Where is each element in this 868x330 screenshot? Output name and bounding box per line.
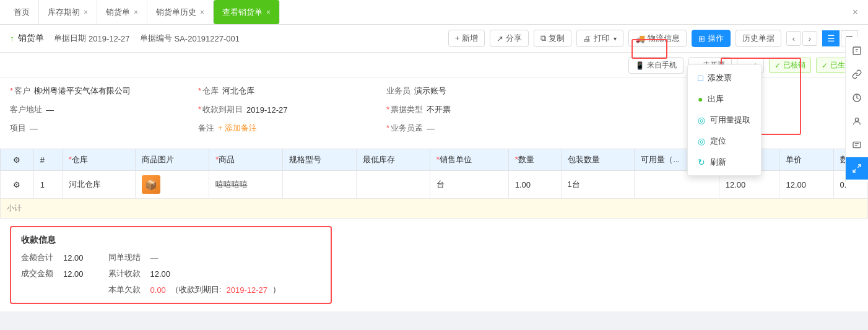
- window-close-button[interactable]: ×: [848, 7, 863, 18]
- out-warehouse-icon: ●: [698, 94, 703, 104]
- col-price: 单价: [779, 149, 833, 171]
- doc-actions: + 新增 ↗ 分享 ⧉ 复制 🖨 打印 ▾ 🚚 物流信息 ⊞ 操作: [448, 30, 858, 47]
- tab-close-sales[interactable]: ×: [134, 8, 138, 17]
- operator-value: 演示账号: [414, 85, 446, 97]
- payment-date-label: 收款到期日: [198, 104, 243, 115]
- print-button[interactable]: 🖨 打印 ▾: [576, 30, 623, 47]
- view-list-button[interactable]: ☰: [822, 30, 840, 46]
- svg-line-5: [853, 169, 856, 172]
- tab-close-history[interactable]: ×: [200, 8, 204, 17]
- tab-home[interactable]: 首页: [5, 0, 39, 24]
- operator-field: 业务员 演示账号: [386, 85, 510, 97]
- sidebar-person-icon[interactable]: [846, 110, 868, 132]
- tab-view-sales-order[interactable]: 查看销货单 ×: [214, 0, 280, 24]
- already-canceled-button[interactable]: ✓ 已核销: [769, 58, 811, 73]
- sidebar-link-icon[interactable]: [846, 63, 868, 85]
- tab-inventory-init[interactable]: 库存期初 ×: [39, 0, 97, 24]
- next-button[interactable]: ›: [802, 31, 817, 46]
- row-price: 12.00: [779, 171, 833, 199]
- total-row: 金额合计 12.00: [21, 252, 84, 263]
- row-product: 嘻嘻嘻嘻: [209, 171, 283, 199]
- balance-date: 2019-12-27: [226, 285, 267, 295]
- doc-type-label: 销货单: [18, 33, 44, 44]
- add-invoice-label: 添发票: [708, 72, 732, 84]
- operations-button[interactable]: ⊞ 操作: [692, 30, 731, 47]
- print-icon: 🖨: [583, 34, 591, 43]
- project-value: —: [30, 124, 38, 133]
- salesperson-label: 业务员孟: [386, 123, 423, 134]
- print-dropdown-arrow: ▾: [614, 35, 617, 42]
- copy-button[interactable]: ⧉ 复制: [534, 30, 571, 47]
- address-label: 客户地址: [10, 104, 42, 115]
- tab-close-inventory[interactable]: ×: [84, 8, 88, 17]
- operations-dropdown: □ 添发票 ● 出库 ◎ 可用量提取 ◎ 定位 ↻ 刷新: [687, 64, 762, 176]
- transaction-row: 成交金额 12.00: [21, 268, 84, 279]
- row-qty: 1.00: [508, 171, 561, 199]
- transaction-label: 成交金额: [21, 268, 58, 279]
- doc-meta: 单据日期 2019-12-27 单据编号 SA-20191227-001: [54, 33, 240, 44]
- out-warehouse-label: 出库: [708, 93, 724, 105]
- transaction-value: 12.00: [63, 269, 84, 279]
- check-icon2: ✓: [822, 61, 828, 70]
- col-unit: *销售单位: [430, 149, 508, 171]
- tab-sales-order[interactable]: 销货单 ×: [97, 0, 147, 24]
- history-button[interactable]: 历史单据: [736, 30, 781, 47]
- total-value: 12.00: [63, 253, 84, 263]
- extract-quantity-item[interactable]: ◎ 可用量提取: [688, 110, 761, 131]
- doc-number-value: SA-20191227-001: [175, 34, 240, 43]
- tab-bar: 首页 库存期初 × 销货单 × 销货单历史 × 查看销货单 × ×: [0, 0, 868, 25]
- out-warehouse-item[interactable]: ● 出库: [688, 89, 761, 110]
- payment-col-2: 同单现结 — 累计收款 12.00 本单欠款 0.00 （收款到期日: 2019…: [108, 252, 280, 295]
- from-phone-button[interactable]: 📱 来自手机: [628, 57, 684, 74]
- doc-title: ↑ 销货单: [10, 33, 44, 44]
- add-invoice-item[interactable]: □ 添发票: [688, 67, 761, 89]
- sidebar-refresh-icon[interactable]: [846, 87, 868, 109]
- customer-field: 客户 柳州粤港平安气体有限公司: [10, 85, 183, 97]
- col-warehouse: *仓库: [62, 149, 136, 171]
- payment-date-value: 2019-12-27: [246, 105, 288, 115]
- row-spec: [283, 171, 357, 199]
- right-sidebar: [845, 37, 868, 182]
- refresh-item[interactable]: ↻ 刷新: [688, 152, 761, 173]
- doc-type-icon: ↑: [10, 33, 14, 43]
- tab-sales-history[interactable]: 销货单历史 ×: [147, 0, 214, 24]
- customer-label: 客户: [10, 85, 30, 97]
- locate-item[interactable]: ◎ 定位: [688, 131, 761, 152]
- prev-button[interactable]: ‹: [786, 31, 801, 46]
- payment-date-field: 收款到期日 2019-12-27: [198, 104, 371, 115]
- svg-point-2: [855, 118, 858, 121]
- check-icon: ✓: [775, 61, 781, 70]
- col-spec: 规格型号: [283, 149, 357, 171]
- ticket-type-field: 票据类型 不开票: [386, 104, 510, 115]
- new-button[interactable]: + 新增: [448, 30, 485, 47]
- doc-number-label: 单据编号: [140, 33, 172, 44]
- payment-col-1: 金额合计 12.00 成交金额 12.00: [21, 252, 84, 295]
- phone-icon: 📱: [635, 61, 644, 70]
- operator-label: 业务员: [386, 85, 410, 97]
- note-label: 备注: [198, 123, 214, 134]
- extract-quantity-label: 可用量提取: [710, 115, 750, 126]
- add-note-button[interactable]: + 添加备注: [218, 123, 257, 134]
- share-button[interactable]: ↗ 分享: [490, 30, 529, 47]
- sidebar-expand-icon[interactable]: [846, 157, 868, 180]
- balance-note-end: ）: [272, 284, 280, 295]
- doc-date-field: 单据日期 2019-12-27: [54, 33, 130, 44]
- subtotal-label: 小计: [1, 199, 868, 219]
- project-field: 项目 —: [10, 123, 183, 134]
- extract-quantity-icon: ◎: [698, 115, 705, 125]
- refresh-icon: ↻: [698, 157, 705, 167]
- doc-header: ↑ 销货单 单据日期 2019-12-27 单据编号 SA-20191227-0…: [0, 25, 868, 53]
- col-product: *商品: [209, 149, 283, 171]
- logistics-button[interactable]: 🚚 物流信息: [628, 30, 687, 47]
- row-pack-qty: 1台: [561, 171, 635, 199]
- row-warehouse: 河北仓库: [62, 171, 136, 199]
- sidebar-user-icon[interactable]: [846, 40, 868, 62]
- warehouse-field: 仓库 河北仓库: [198, 85, 371, 97]
- locate-label: 定位: [710, 136, 726, 147]
- col-qty: *数量: [508, 149, 561, 171]
- sidebar-list-icon[interactable]: [846, 134, 868, 156]
- doc-number-field: 单据编号 SA-20191227-001: [140, 33, 240, 44]
- col-seq: #: [33, 149, 62, 171]
- tab-close-view[interactable]: ×: [266, 8, 271, 17]
- row-unit: 台: [430, 171, 508, 199]
